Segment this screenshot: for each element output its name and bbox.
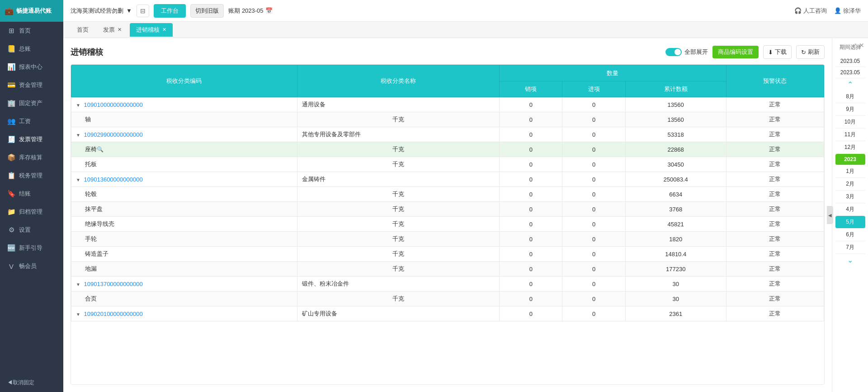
cell-purchase: 0 [562, 277, 625, 292]
period-item-year-2023[interactable]: 2023 [835, 154, 865, 165]
user-menu[interactable]: 👤 徐泽华 [834, 7, 861, 15]
sidebar-item-ledger[interactable]: 📒 总账 [0, 40, 63, 58]
close-panel-button[interactable]: ✕ [859, 42, 864, 49]
cell-total: 30 [625, 277, 726, 292]
cell-purchase: 0 [562, 97, 625, 112]
period-item-4[interactable]: 4月 [835, 203, 865, 216]
product-code-button[interactable]: 商品编码设置 [712, 46, 759, 58]
sidebar-item-settings[interactable]: ⚙ 设置 [0, 221, 63, 239]
period-selector[interactable]: 账期 2023-05 📅 [228, 7, 273, 15]
cell-status: 正常 [726, 247, 824, 262]
cell-total: 30 [625, 292, 726, 306]
expand-toggle[interactable]: 全部展开 [665, 48, 708, 56]
expand-icon[interactable]: ▼ [76, 177, 80, 182]
period-item-12[interactable]: 12月 [835, 141, 865, 154]
cell-total: 3768 [625, 202, 726, 217]
funds-icon: 💳 [7, 81, 15, 89]
toggle-label: 全部展开 [684, 48, 708, 56]
cell-sale: 0 [500, 97, 562, 112]
expand-icon[interactable]: ▼ [76, 282, 80, 287]
tab-invoice-label: 发票 [103, 26, 115, 34]
sidebar-item-inventory[interactable]: 📦 库存核算 [0, 148, 63, 167]
cell-status: 正常 [726, 306, 824, 321]
tab-invoice-close[interactable]: ✕ [118, 27, 122, 33]
assets-icon: 🏢 [7, 99, 15, 107]
cell-status: 正常 [726, 202, 824, 217]
sidebar-item-reports[interactable]: 📊 报表中心 [0, 58, 63, 76]
cell-status: 正常 [726, 292, 824, 306]
period-item-8[interactable]: 8月 [835, 91, 865, 103]
cell-sale: 0 [500, 277, 562, 292]
period-item-11[interactable]: 11月 [835, 129, 865, 141]
th-qty-group: 数量 [500, 65, 726, 81]
expand-icon[interactable]: ▼ [76, 103, 80, 108]
cell-unit: 千克 [297, 187, 499, 202]
period-item-2023-05b[interactable]: 2023.05 [835, 67, 865, 78]
tab-home[interactable]: 首页 [71, 23, 95, 37]
cell-name: 其他专用设备及零部件 [297, 127, 499, 142]
unpin-label: ◀取消固定 [7, 379, 34, 387]
refresh-button[interactable]: ↻ 刷新 [796, 45, 825, 59]
sidebar-item-vip[interactable]: V 畅会员 [0, 257, 63, 275]
cell-status: 正常 [726, 157, 824, 172]
tax-icon: 📋 [7, 172, 15, 180]
sidebar-item-label: 设置 [19, 226, 31, 234]
period-scroll-down[interactable]: ⌄ [845, 254, 855, 266]
ledger-icon: 📒 [7, 45, 15, 53]
sidebar-item-invoice[interactable]: 🧾 发票管理 [0, 130, 63, 148]
sidebar-item-home[interactable]: ⊞ 首页 [0, 22, 63, 40]
toggle-track[interactable] [665, 48, 682, 56]
tab-reconcile[interactable]: 进销稽核 ✕ [130, 23, 173, 37]
headset-icon: 🎧 [794, 7, 802, 14]
cell-code: ▼ 109020100000000000 [71, 306, 297, 321]
table-row: 铸造盖子 千克 0 0 14810.4 正常 [71, 247, 824, 262]
cell-sale: 0 [500, 187, 562, 202]
sidebar-item-archive[interactable]: 📁 归档管理 [0, 203, 63, 221]
company-name: 沈海英测试经营勿删 [71, 7, 123, 15]
sidebar-item-payroll[interactable]: 👥 工资 [0, 112, 63, 130]
app-name: 畅捷通易代账 [16, 7, 52, 15]
cell-code: ▼ 109029900000000000 [71, 127, 297, 142]
expand-icon[interactable]: ▼ [76, 312, 80, 317]
panel-collapse-button[interactable]: ◀ [827, 206, 833, 224]
period-item-2023-05a[interactable]: 2023.05 [835, 56, 865, 67]
cell-purchase: 0 [562, 187, 625, 202]
cell-status: 正常 [726, 142, 824, 157]
period-item-1[interactable]: 1月 [835, 165, 865, 178]
company-selector[interactable]: 沈海英测试经营勿删 ▼ [71, 7, 132, 15]
expand-icon[interactable]: ▼ [76, 133, 80, 138]
table-row: ▼ 109013700000000000 锻件、粉末冶金件 0 0 30 正常 [71, 277, 824, 292]
period-scroll-up[interactable]: ⌃ [845, 78, 855, 91]
period-item-9[interactable]: 9月 [835, 103, 865, 116]
sidebar-item-funds[interactable]: 💳 资金管理 [0, 76, 63, 94]
cell-sale: 0 [500, 112, 562, 127]
period-item-6[interactable]: 6月 [835, 229, 865, 241]
expand-panel-button[interactable]: ⤢ [852, 42, 857, 49]
period-item-5[interactable]: 5月 [835, 216, 865, 229]
vip-icon: V [7, 263, 15, 270]
tab-reconcile-close[interactable]: ✕ [162, 27, 166, 33]
content-area: 进销稽核 全部展开 商品编码设置 ⬇ 下载 ↻ 刷 [63, 38, 868, 392]
period-item-3[interactable]: 3月 [835, 191, 865, 203]
sidebar-unpin[interactable]: ◀取消固定 [0, 373, 63, 392]
cell-sale: 0 [500, 247, 562, 262]
tab-invoice[interactable]: 发票 ✕ [97, 23, 128, 37]
save-icon: ⊟ [140, 7, 146, 14]
period-item-10[interactable]: 10月 [835, 116, 865, 129]
cell-unit: 千克 [297, 232, 499, 247]
workbench-button[interactable]: 工作台 [154, 4, 186, 18]
cell-status: 正常 [726, 232, 824, 247]
sidebar-item-guide[interactable]: 🆕 新手引导 [0, 239, 63, 257]
support-button[interactable]: 🎧 人工咨询 [794, 7, 827, 15]
sidebar-item-label: 总账 [19, 45, 31, 53]
old-version-button[interactable]: 切到旧版 [190, 4, 224, 18]
download-button[interactable]: ⬇ 下载 [763, 45, 792, 59]
sidebar-item-settle[interactable]: 🔖 结账 [0, 185, 63, 203]
period-item-7[interactable]: 7月 [835, 241, 865, 254]
period-item-2[interactable]: 2月 [835, 178, 865, 191]
inventory-icon: 📦 [7, 153, 15, 162]
sidebar-item-assets[interactable]: 🏢 固定资产 [0, 94, 63, 112]
save-button[interactable]: ⊟ [137, 5, 149, 17]
sidebar-item-tax[interactable]: 📋 税务管理 [0, 167, 63, 185]
search-in-cell-icon[interactable]: 🔍 [97, 146, 104, 153]
